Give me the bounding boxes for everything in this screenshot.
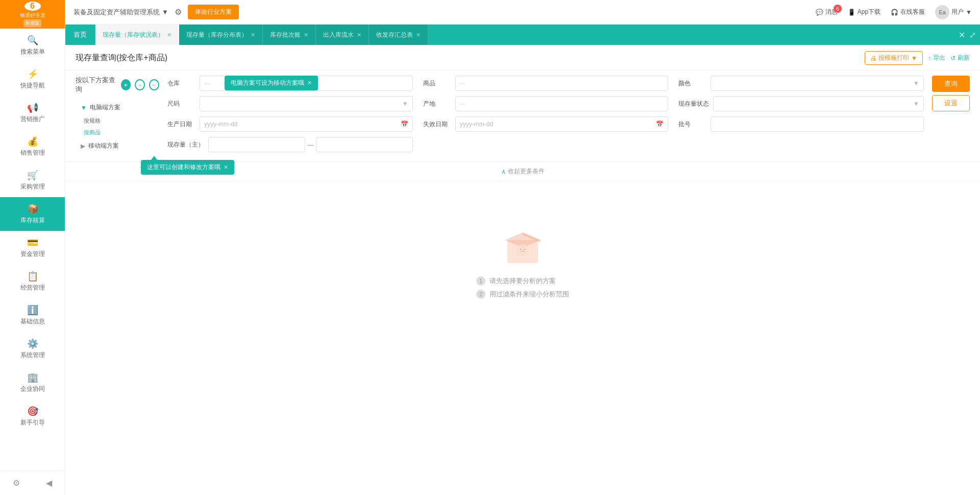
reset-button[interactable]: 设置 — [932, 95, 970, 111]
inv-status-dropdown-icon: ▼ — [913, 100, 919, 107]
action-buttons: 查询 设置 — [924, 76, 970, 157]
tab-home[interactable]: 首页 — [65, 25, 95, 45]
product-select[interactable]: ··· — [455, 76, 669, 91]
tab-inventory-dist[interactable]: 现存量（库存分布表） ✕ — [179, 25, 263, 45]
scheme-sub-item[interactable]: 按规格 — [84, 115, 159, 127]
header-left: 装备及固定资产辅助管理系统 ▼ ⚙ 体验行业方案 — [74, 5, 239, 19]
tab-close-icon[interactable]: ✕ — [304, 32, 308, 38]
message-button[interactable]: 💬 消息 6 — [816, 8, 838, 16]
tooltip1-popup: 电脑方案可设为移动方案哦 ✕ — [225, 76, 318, 90]
tab-receive-send-summary[interactable]: 收发存汇总表 ✕ — [369, 25, 428, 45]
online-service-label: 在线客服 — [900, 8, 925, 16]
empty-hint-1: 1 请先选择要分析的方案 — [476, 276, 569, 286]
tab-in-out-flow[interactable]: 出入库流水 ✕ — [316, 25, 369, 45]
edit-scheme-button[interactable]: ○ — [135, 79, 145, 90]
sales-icon: 💰 — [27, 136, 38, 147]
size-select[interactable]: ▼ — [200, 96, 413, 111]
production-date-input[interactable]: yyyy-mm-dd 📅 — [200, 116, 413, 132]
hint-text-2: 用过滤条件来缩小分析范围 — [489, 290, 569, 299]
expiry-date-input[interactable]: yyyy-mm-dd 📅 — [455, 116, 669, 132]
system-icon: ⚙️ — [27, 338, 38, 349]
tab-batch-ledger[interactable]: 库存批次账 ✕ — [263, 25, 316, 45]
range-separator: — — [307, 141, 314, 149]
inventory-qty-max-input[interactable] — [316, 137, 413, 152]
tab-close-icon[interactable]: ✕ — [416, 32, 421, 38]
tooltip2-close-button[interactable]: ✕ — [224, 164, 228, 171]
tab-close-all-icon[interactable]: ✕ — [959, 30, 965, 40]
inventory-qty-min-input[interactable] — [208, 137, 305, 152]
sidebar: 6 畅通好生意 标准版 🔍 搜索菜单 ⚡ 快捷导航 📢 营销推广 💰 销售管理 … — [0, 0, 65, 495]
desktop-scheme-header[interactable]: ▼ 电脑端方案 — [76, 100, 159, 115]
logo-text: 畅通好生意 — [20, 12, 45, 19]
sidebar-item-label: 系统管理 — [20, 351, 45, 360]
sidebar-footer: ⚙ ◀ — [0, 470, 65, 495]
hint-number-2: 2 — [476, 290, 485, 299]
tab-close-icon[interactable]: ✕ — [357, 32, 361, 38]
template-print-button[interactable]: 🖨 按模板打印 ▼ — [865, 51, 923, 65]
sidebar-item-system[interactable]: ⚙️ 系统管理 — [0, 332, 65, 366]
filter-color: 颜色 ▼ — [678, 76, 924, 91]
sidebar-item-operations[interactable]: 📋 经营管理 — [0, 265, 65, 298]
tab-label: 现存量（库存分布表） — [186, 31, 248, 39]
scheme-sub-item-active[interactable]: 按商品 — [84, 127, 159, 138]
export-button[interactable]: ↑ 导出 — [928, 54, 945, 62]
size-label: 尺码 — [167, 100, 195, 108]
header-gear-icon[interactable]: ⚙ — [175, 7, 182, 17]
calendar2-icon[interactable]: 📅 — [656, 121, 664, 128]
sidebar-item-enterprise[interactable]: 🏢 企业协同 — [0, 366, 65, 399]
origin-select[interactable]: ··· — [455, 96, 669, 111]
filter-row-4: 现存量（主） — — [167, 137, 924, 152]
main-content: 装备及固定资产辅助管理系统 ▼ ⚙ 体验行业方案 💬 消息 6 📱 App下载 … — [65, 0, 980, 495]
purchase-icon: 🛒 — [27, 170, 38, 181]
sidebar-item-search-menu[interactable]: 🔍 搜索菜单 — [0, 29, 65, 62]
app-download-button[interactable]: 📱 App下载 — [848, 8, 880, 16]
mobile-scheme-header[interactable]: ▶ 移动端方案 — [76, 138, 159, 153]
home-label: 首页 — [74, 30, 87, 39]
search-button[interactable]: 查询 — [932, 76, 970, 92]
tooltip2-arrow — [151, 156, 157, 160]
logo-icon: 6 — [24, 2, 41, 11]
dropdown-arrow-icon: ▼ — [162, 8, 168, 16]
add-scheme-button[interactable]: + — [121, 79, 131, 90]
tab-close-icon[interactable]: ✕ — [251, 32, 255, 38]
sidebar-item-label: 库存核算 — [20, 216, 45, 225]
print-dropdown-icon: ▼ — [911, 55, 917, 62]
sidebar-item-purchase[interactable]: 🛒 采购管理 — [0, 163, 65, 197]
quick-nav-icon: ⚡ — [27, 68, 38, 80]
scheme-panel: 按以下方案查询 + ○ ← ▼ 电脑端方案 按规格 按商品 — [76, 76, 167, 157]
inventory-icon: 📦 — [27, 203, 38, 215]
sidebar-item-sales[interactable]: 💰 销售管理 — [0, 130, 65, 163]
origin-dots: ··· — [460, 100, 465, 107]
sidebar-item-marketing[interactable]: 📢 营销推广 — [0, 96, 65, 130]
empty-text: 1 请先选择要分析的方案 2 用过滤条件来缩小分析范围 — [476, 276, 569, 299]
color-select[interactable]: ▼ — [710, 76, 924, 91]
user-button[interactable]: Ea 用户 ▼ — [935, 5, 972, 19]
sidebar-item-inventory[interactable]: 📦 库存核算 — [0, 197, 65, 231]
tab-fullscreen-icon[interactable]: ⤢ — [969, 30, 976, 40]
sidebar-item-finance[interactable]: 💳 资金管理 — [0, 231, 65, 265]
tooltip1-close-button[interactable]: ✕ — [307, 80, 312, 86]
calendar-icon[interactable]: 📅 — [401, 121, 408, 128]
sidebar-item-basic-info[interactable]: ℹ️ 基础信息 — [0, 298, 65, 332]
back-scheme-button[interactable]: ← — [149, 79, 159, 90]
refresh-button[interactable]: ↺ 刷新 — [950, 54, 970, 62]
industry-solution-button[interactable]: 体验行业方案 — [188, 5, 239, 19]
collapse-sidebar-icon[interactable]: ◀ — [44, 476, 54, 490]
settings-footer-icon[interactable]: ⚙ — [11, 476, 22, 490]
batch-no-input[interactable] — [710, 116, 924, 132]
system-title-dropdown[interactable]: 装备及固定资产辅助管理系统 ▼ — [74, 8, 168, 17]
filter-expiry-date: 失效日期 yyyy-mm-dd 📅 — [423, 116, 669, 132]
tab-inventory-status[interactable]: 现存量（库存状况表） ✕ — [95, 25, 179, 45]
filter-size: 尺码 ▼ — [167, 96, 413, 111]
sidebar-item-guide[interactable]: 🎯 新手引导 — [0, 399, 65, 433]
filter-row-2: 尺码 ▼ 产地 ··· — [167, 96, 924, 111]
online-service-button[interactable]: 🎧 在线客服 — [891, 8, 925, 16]
collapse-up-icon: ∧ — [501, 168, 506, 175]
phone-icon: 📱 — [848, 9, 855, 16]
inventory-status-select[interactable]: ▼ — [713, 96, 924, 111]
tab-close-icon[interactable]: ✕ — [167, 32, 172, 38]
enterprise-icon: 🏢 — [27, 372, 38, 383]
tooltip1-container: 电脑方案可设为移动方案哦 ✕ — [225, 76, 318, 90]
tooltip2-popup: 这里可以创建和修改方案哦 ✕ — [141, 160, 234, 175]
sidebar-item-quick-nav[interactable]: ⚡ 快捷导航 — [0, 62, 65, 96]
